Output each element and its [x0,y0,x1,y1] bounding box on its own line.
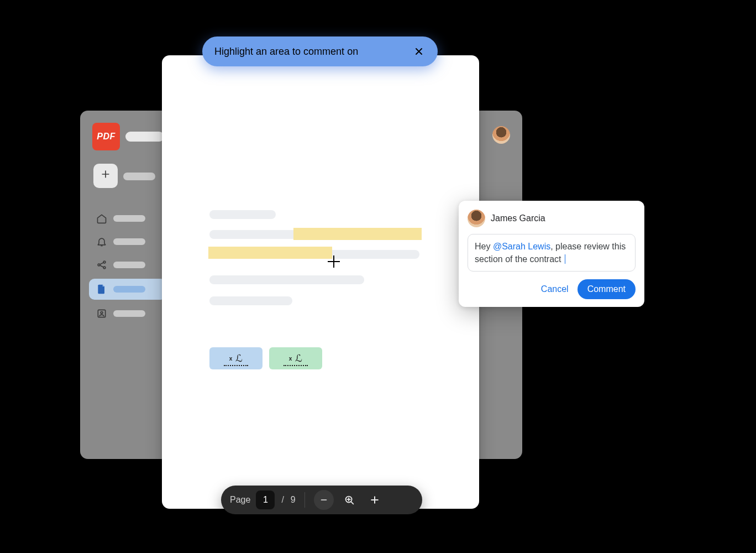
toolbar-divider [305,492,305,508]
crosshair-cursor-icon [328,255,340,268]
signature-mark-icon: ℒ [235,352,243,364]
contacts-icon [96,307,108,320]
document-inner: x ℒ x ℒ [162,55,479,509]
mention-chip[interactable]: @Sarah Lewis [493,242,550,251]
comment-input[interactable]: Hey @Sarah Lewis, please review this sec… [468,234,636,272]
avatar [468,210,485,227]
page-label: Page [230,495,250,505]
signature-field-blue[interactable]: x ℒ [209,347,262,369]
sidebar-item-label [113,238,145,245]
bell-icon [96,236,108,248]
comment-button[interactable]: Comment [578,279,636,299]
page-current-input[interactable]: 1 [256,491,275,509]
document-canvas[interactable]: x ℒ x ℒ [162,55,479,509]
highlight-area[interactable] [208,247,332,259]
add-button[interactable] [93,164,118,188]
comment-popover: James Garcia Hey @Sarah Lewis, please re… [459,201,644,307]
sidebar-item-label [113,286,145,293]
sidebar-item-files[interactable] [89,279,166,300]
sidebar-item-notifications[interactable] [96,236,145,248]
svg-point-4 [101,312,103,314]
hint-banner: Highlight an area to comment on [202,36,438,66]
zoom-in-button[interactable] [365,490,385,510]
sidebar-item-label [113,310,145,317]
stage: PDF [72,33,680,520]
comment-text-pre: Hey [475,242,493,251]
svg-point-0 [98,264,100,266]
breadcrumb-placeholder [125,132,164,142]
text-placeholder [209,275,364,284]
comment-author: James Garcia [491,213,545,223]
page-separator: / [281,495,284,505]
svg-point-1 [103,261,106,263]
pdf-logo: PDF [92,123,120,150]
home-icon [96,212,108,225]
file-icon [96,283,108,295]
hint-text: Highlight an area to comment on [214,46,358,58]
zoom-out-button[interactable] [314,490,334,510]
signature-underline [284,365,308,366]
sidebar-item-share[interactable] [96,259,145,271]
comment-header: James Garcia [468,210,636,227]
add-label-placeholder [123,173,155,180]
sidebar-item-label [113,215,145,222]
page-toolbar: Page 1 / 9 [221,486,422,514]
sidebar-item-label [113,262,145,268]
avatar[interactable] [492,126,510,144]
close-icon[interactable] [412,45,426,58]
sidebar-item-contacts[interactable] [96,307,145,320]
svg-point-2 [103,267,106,269]
signature-underline [224,365,248,366]
sidebar-item-home[interactable] [96,212,145,225]
comment-actions: Cancel Comment [468,279,636,299]
signature-x-icon: x [229,356,233,362]
highlight-area[interactable] [293,228,422,240]
page-total: 9 [291,495,296,505]
cancel-button[interactable]: Cancel [541,279,569,299]
signature-x-icon: x [289,356,292,362]
text-placeholder [209,296,292,305]
share-icon [96,259,108,271]
zoom-reset-button[interactable] [339,490,359,510]
plus-icon [100,169,111,183]
text-placeholder [209,210,276,219]
text-caret [563,254,565,264]
signature-field-green[interactable]: x ℒ [269,347,322,369]
signature-mark-icon: ℒ [295,352,302,364]
